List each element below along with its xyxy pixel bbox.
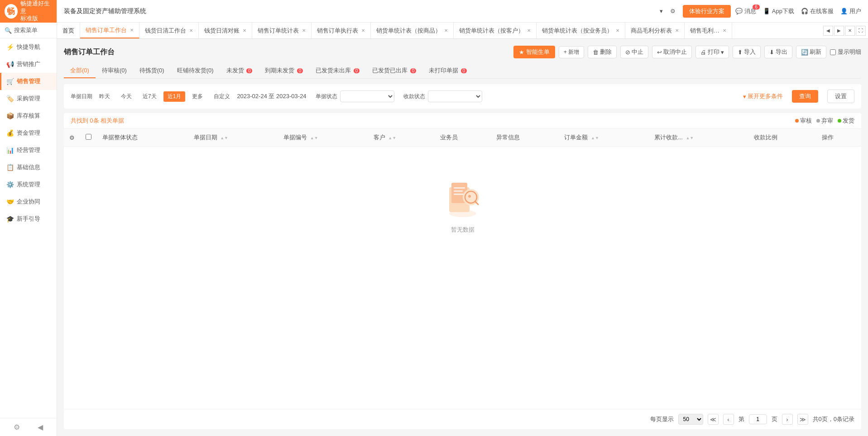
- tab-cash-reconcile-close[interactable]: ✕: [243, 28, 246, 33]
- tab-sales-gross-close[interactable]: ✕: [723, 28, 726, 33]
- settings-icon[interactable]: ⚙: [14, 423, 20, 431]
- collapse-icon[interactable]: ◀: [38, 423, 43, 431]
- import-button[interactable]: ⬆ 导入: [733, 46, 761, 58]
- th-amount[interactable]: 订单金额 ▲▼: [559, 129, 649, 147]
- subtab-pending-review[interactable]: 待审核(0): [96, 64, 133, 78]
- page-input[interactable]: [749, 414, 767, 424]
- table-wrapper: 共找到 0条 相关单据 审核 弃审 发货: [64, 113, 861, 429]
- solution-button[interactable]: 体验行业方案: [683, 5, 731, 18]
- tab-cash-reconcile[interactable]: 钱货日清对账 ✕: [199, 23, 252, 38]
- show-detail-input[interactable]: [830, 49, 836, 55]
- search-icon: 🔍: [5, 27, 12, 34]
- tab-sales-exec-label: 销售订单执行表: [317, 27, 358, 35]
- sidebar-item-base-info[interactable]: 📋 基础信息: [0, 159, 57, 176]
- tab-sales-staff-close[interactable]: ✕: [616, 28, 619, 33]
- subtab-shipped-not-out[interactable]: 已发货未出库 0: [309, 64, 366, 78]
- sidebar-item-newbie[interactable]: 🎓 新手引导: [0, 210, 57, 227]
- sidebar-item-finance[interactable]: 💰 资金管理: [0, 124, 57, 142]
- subtab-unshipped[interactable]: 未发货 0: [220, 64, 259, 78]
- subtab-unprinted-label: 未打印单据: [429, 67, 458, 74]
- stop-button[interactable]: ⊘ 中止: [620, 46, 648, 58]
- sidebar-search-item[interactable]: 🔍 搜索菜单: [0, 23, 57, 38]
- tab-sales-stat-close[interactable]: ✕: [302, 28, 306, 33]
- print-button[interactable]: 🖨 打印 ▾: [695, 46, 729, 58]
- export-button[interactable]: ⬇ 导出: [764, 46, 792, 58]
- sidebar-item-operation[interactable]: 📊 经营管理: [0, 142, 57, 159]
- filter-yesterday[interactable]: 昨天: [95, 91, 114, 102]
- page-next-btn[interactable]: ›: [782, 414, 793, 425]
- tab-close-all-btn[interactable]: ✕: [845, 26, 855, 36]
- tab-sales-staff[interactable]: 销货单统计表（按业务员） ✕: [537, 23, 625, 38]
- tab-cash-daily[interactable]: 钱货日清工作台 ✕: [139, 23, 199, 38]
- topbar-dropdown[interactable]: ▾: [660, 8, 663, 14]
- sidebar-item-sales[interactable]: 🛒 销售管理: [0, 73, 57, 90]
- page-first-btn[interactable]: ≪: [708, 414, 719, 425]
- filter-custom[interactable]: 自定义: [210, 91, 234, 102]
- settings-col-icon[interactable]: ⚙: [69, 134, 75, 141]
- unapprove-btn[interactable]: 弃审: [816, 117, 833, 125]
- th-number[interactable]: 单据编号 ▲▼: [278, 129, 368, 147]
- cancel-stop-button[interactable]: ↩ 取消中止: [652, 46, 692, 58]
- tab-sales-order-close[interactable]: ✕: [130, 28, 134, 33]
- tab-sales-exec[interactable]: 销售订单执行表 ✕: [312, 23, 371, 38]
- tab-sales-product-close[interactable]: ✕: [444, 28, 448, 33]
- tab-sales-stat[interactable]: 销售订单统计表 ✕: [252, 23, 312, 38]
- sidebar-item-inventory[interactable]: 📦 库存核算: [0, 107, 57, 124]
- filter-status-select[interactable]: [340, 90, 394, 102]
- tab-gross-profit[interactable]: 商品毛利分析表 ✕: [625, 23, 685, 38]
- cancel-stop-label: 取消中止: [663, 48, 687, 56]
- user-menu[interactable]: 👤 用户: [840, 7, 861, 15]
- tab-sales-gross[interactable]: 销售毛利… ✕: [685, 23, 732, 38]
- topbar-gear-btn[interactable]: ⚙: [667, 6, 678, 17]
- page-last-btn[interactable]: ≫: [797, 414, 808, 425]
- th-customer[interactable]: 客户 ▲▼: [368, 129, 435, 147]
- add-button[interactable]: + 新增: [559, 46, 584, 58]
- app-download-btn[interactable]: 📱 App下载: [763, 7, 794, 15]
- subtab-shipped-out[interactable]: 已发货已出库 0: [366, 64, 422, 78]
- filter-more[interactable]: 更多: [188, 91, 207, 102]
- subtab-overdue-unshipped[interactable]: 到期未发货 0: [259, 64, 309, 78]
- tab-cash-daily-close[interactable]: ✕: [189, 28, 193, 33]
- tab-fullscreen-btn[interactable]: ⛶: [856, 26, 866, 36]
- sidebar-item-marketing[interactable]: 📢 营销推广: [0, 56, 57, 73]
- subtab-wangpu-ship[interactable]: 旺铺待发货(0): [171, 64, 220, 78]
- sidebar-item-quick-nav[interactable]: ⚡ 快捷导航: [0, 38, 57, 56]
- setting-button[interactable]: 设置: [827, 90, 854, 103]
- subtab-all[interactable]: 全部(0): [64, 64, 96, 78]
- filter-1month[interactable]: 近1月: [163, 91, 186, 102]
- tab-sales-exec-close[interactable]: ✕: [361, 28, 365, 33]
- th-date[interactable]: 单据日期 ▲▼: [188, 129, 278, 147]
- refresh-button[interactable]: 🔄 刷新: [796, 46, 826, 58]
- ship-btn[interactable]: 发货: [838, 117, 854, 125]
- tab-sales-customer[interactable]: 销货单统计表（按客户） ✕: [454, 23, 537, 38]
- tab-home[interactable]: 首页: [57, 23, 80, 38]
- page-prev-btn[interactable]: ‹: [723, 414, 734, 425]
- sidebar-item-enterprise[interactable]: 🤝 企业协同: [0, 193, 57, 210]
- query-button[interactable]: 查询: [792, 90, 818, 103]
- smart-order-button[interactable]: ★ 智能生单: [513, 46, 555, 58]
- show-detail-checkbox[interactable]: 显示明细: [830, 48, 861, 56]
- expand-btn[interactable]: ▾ 展开更多条件: [743, 92, 783, 100]
- select-all-checkbox[interactable]: [86, 134, 91, 140]
- messages-btn[interactable]: 💬 消息 6: [735, 7, 756, 15]
- sidebar-item-system[interactable]: ⚙️ 系统管理: [0, 176, 57, 193]
- th-collected[interactable]: 累计收款... ▲▼: [649, 129, 748, 147]
- filter-payment-select[interactable]: [428, 90, 482, 102]
- tab-sales-customer-close[interactable]: ✕: [527, 28, 531, 33]
- per-page-select[interactable]: 50 10 20 100: [678, 414, 703, 425]
- tab-cash-daily-label: 钱货日清工作台: [145, 27, 186, 35]
- sidebar-item-purchase[interactable]: 🏷️ 采购管理: [0, 90, 57, 107]
- table-scroll-area[interactable]: ⚙ 单据整体状态 单据日期 ▲▼: [64, 129, 861, 409]
- delete-button[interactable]: 🗑 删除: [588, 46, 617, 58]
- tab-gross-profit-close[interactable]: ✕: [675, 28, 679, 33]
- tab-sales-order[interactable]: 销售订单工作台 ✕: [80, 23, 139, 38]
- filter-today[interactable]: 今天: [117, 91, 136, 102]
- tab-sales-product[interactable]: 销货单统计表（按商品） ✕: [371, 23, 454, 38]
- online-service-btn[interactable]: 🎧 在线客服: [801, 7, 834, 15]
- tab-next-btn[interactable]: ▶: [834, 26, 844, 36]
- filter-7days[interactable]: 近7天: [139, 91, 161, 102]
- subtab-pending-pick[interactable]: 待拣货(0): [133, 64, 171, 78]
- subtab-unprinted[interactable]: 未打印单据 0: [422, 64, 473, 78]
- tab-prev-btn[interactable]: ◀: [823, 26, 833, 36]
- approve-btn[interactable]: 审核: [795, 117, 812, 125]
